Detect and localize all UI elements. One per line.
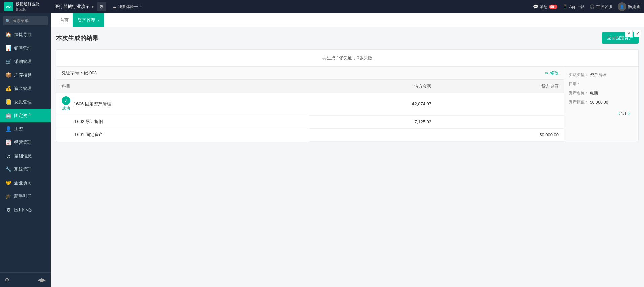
side-info-panel: 变动类型： 资产清理 日期： 资产名称： 电脑 资产原值： [564,67,638,142]
dropdown-arrow-icon: ▼ [91,5,94,9]
asset-value-label: 资产原值： [569,99,590,105]
app-download-button[interactable]: 📱 App下载 [563,4,584,10]
voucher-number: 凭证字号：记-003 [62,70,97,76]
date-row: 日期： [569,81,634,87]
sidebar-item-enterprise[interactable]: 🤝 企业协同 [0,176,51,190]
asset-name-value: 电脑 [590,90,598,96]
result-summary: 共生成 1张凭证，0张失败 [56,50,638,67]
sidebar-item-guide[interactable]: 🎓 新手引导 [0,190,51,203]
sidebar-item-quick-nav[interactable]: 🏠 快捷导航 [0,28,51,41]
headset-icon: 🎧 [590,4,595,9]
change-type-row: 变动类型： 资产清理 [569,72,634,78]
sidebar-item-salary[interactable]: 👤 工资 [0,122,51,136]
credit-1606 [437,93,564,116]
apps-icon: ⚙ [5,207,11,213]
tab-home[interactable]: 首页 [56,13,73,27]
ledger-icon: 📒 [5,99,11,105]
search-menu-button[interactable]: 🔍 搜索菜单 [3,16,48,25]
avatar: 👤 [618,2,626,11]
building-icon: 🏢 [5,113,11,119]
header-center: 医疗器械行业演示 ▼ ⚙ ☁ 我要体验一下 [55,2,533,11]
company-name: 医疗器械行业演示 [55,4,90,10]
credit-1602 [437,115,564,128]
sidebar-item-basic-info[interactable]: 🗂 基础信息 [0,149,51,163]
result-panel: 共生成 1张凭证，0张失败 凭证字号：记-003 ✏ 修改 [56,49,639,142]
sidebar-item-purchase[interactable]: 🛒 采购管理 [0,55,51,68]
voucher-header-row: 凭证字号：记-003 ✏ 修改 [56,67,564,80]
voucher-section: 凭证字号：记-003 ✏ 修改 科目 借方金额 贷 [56,67,638,142]
tab-asset-management[interactable]: 资产管理 × [73,13,104,27]
sidebar-item-ledger[interactable]: 📒 总账管理 [0,95,51,109]
asset-value-row: 资产原值： 50,000.00 [569,99,634,105]
page-content: ✕ ⤢ 本次生成的结果 返回固定资产 共生成 1张凭证，0张失败 凭证字号：记-… [51,27,644,287]
change-type-value: 资产清理 [590,72,606,78]
asset-name-row: 资产名称： 电脑 [569,90,634,96]
sidebar-item-inventory[interactable]: 📦 库存核算 [0,68,51,82]
pagination: < 1/1 > [569,108,634,119]
sales-icon: 📊 [5,45,11,51]
logo-edition: 普及版 [16,7,40,12]
close-panel-button[interactable]: ✕ [625,30,633,37]
subject-1602: 1602 累计折旧 [74,119,103,125]
user-menu[interactable]: 👤 畅捷通 [618,2,640,11]
sidebar-item-finance[interactable]: 💰 资金管理 [0,82,51,95]
change-type-label: 变动类型： [569,72,590,78]
finance-icon: 💰 [5,86,11,92]
inventory-icon: 📦 [5,72,11,78]
sidebar-item-sales[interactable]: 📊 销售管理 [0,41,51,55]
success-icon: ✓ [62,96,70,105]
person-icon: 👤 [5,126,11,132]
search-icon: 🔍 [5,19,10,23]
table-row: 1601 固定资产 50,000.00 [56,128,564,141]
online-service-button[interactable]: 🎧 在线客服 [590,4,612,10]
top-header: AtA 畅捷通好业财 普及版 医疗器械行业演示 ▼ ⚙ ☁ 我要体验一下 💬 消… [0,0,644,13]
main-layout: 🔍 搜索菜单 🏠 快捷导航 📊 销售管理 🛒 采购管理 📦 库存核算 💰 资金管… [0,13,644,287]
header-right: 💬 消息 99+ 📱 App下载 🎧 在线客服 👤 畅捷通 [533,2,640,11]
settings-bottom-icon[interactable]: ⚙ [3,275,11,284]
tab-close-icon[interactable]: × [98,18,100,22]
settings-button[interactable]: ⚙ [97,2,106,11]
page-header: 本次生成的结果 返回固定资产 [56,32,639,44]
home-icon: 🏠 [5,32,11,38]
expand-panel-button[interactable]: ⤢ [634,30,641,37]
sidebar-bottom: ⚙ ◀▶ [0,272,51,287]
sidebar-item-business[interactable]: 📈 经营管理 [0,136,51,149]
date-label: 日期： [569,81,590,87]
trial-button[interactable]: ☁ 我要体验一下 [109,3,145,11]
debit-1601 [309,128,437,141]
wrench-icon: 🔧 [5,166,11,172]
logo-icon: AtA [4,2,13,11]
guide-icon: 🎓 [5,193,11,199]
edit-icon: ✏ [545,71,549,76]
sidebar-item-system[interactable]: 🔧 系统管理 [0,163,51,176]
table-row: 1602 累计折旧 7,125.03 [56,115,564,128]
edit-button[interactable]: ✏ 修改 [545,70,559,76]
prev-page-button[interactable]: < [618,111,620,116]
asset-name-label: 资产名称： [569,90,590,96]
credit-1601: 50,000.00 [437,128,564,141]
sidebar-item-app-center[interactable]: ⚙ 应用中心 [0,203,51,217]
folder-icon: 🗂 [5,153,11,159]
debit-1606: 42,874.97 [309,93,437,116]
handshake-icon: 🤝 [5,180,11,186]
page-title: 本次生成的结果 [56,34,98,42]
collapse-sidebar-button[interactable]: ◀▶ [36,275,48,284]
sidebar-search-area: 🔍 搜索菜单 [0,13,51,28]
messages-button[interactable]: 💬 消息 99+ [533,4,557,10]
sidebar-item-fixed-assets[interactable]: 🏢 固定资产 [0,109,51,122]
company-selector[interactable]: 医疗器械行业演示 ▼ [55,4,94,10]
debit-1602: 7,125.03 [309,115,437,128]
table-header-row: 科目 借方金额 贷方金额 [56,80,564,93]
voucher-table: 科目 借方金额 贷方金额 ✓ [56,80,564,142]
logo-text: 畅捷通好业财 [16,2,40,7]
cloud-icon: ☁ [112,4,117,9]
next-page-button[interactable]: > [628,111,630,116]
message-badge: 99+ [549,5,557,9]
col-header-subject: 科目 [56,80,309,93]
logo-area: AtA 畅捷通好业财 普及版 [4,2,55,12]
purchase-icon: 🛒 [5,59,11,65]
page-indicator: 1/1 [621,111,628,116]
message-icon: 💬 [533,4,538,9]
col-header-debit: 借方金额 [309,80,437,93]
content-area: 首页 资产管理 × ✕ ⤢ 本次生成的结果 返回固定资产 共生成 1张凭证，0张… [51,13,644,287]
